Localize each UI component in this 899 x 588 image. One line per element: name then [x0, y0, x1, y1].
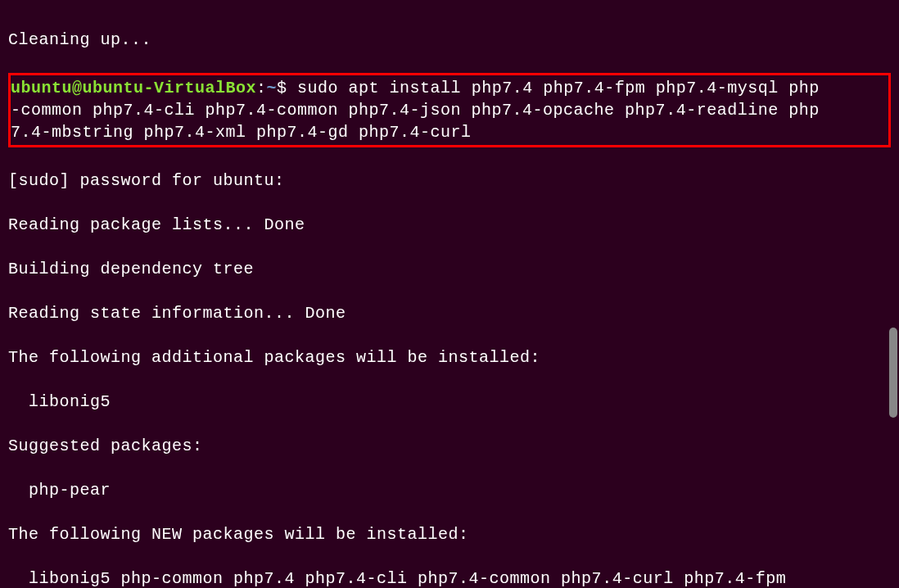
output-line: [sudo] password for ubuntu: [8, 170, 891, 192]
prompt-path: ~ [267, 79, 278, 97]
output-line: libonig5 [8, 391, 891, 413]
command-text-l3: 7.4-mbstring php7.4-xml php7.4-gd php7.4… [11, 123, 472, 142]
output-line: php-pear [8, 479, 891, 501]
prompt-user: ubuntu@ubuntu-VirtualBox [11, 79, 256, 97]
terminal-output[interactable]: Cleaning up... ubuntu@ubuntu-VirtualBox:… [8, 7, 891, 588]
prompt-dollar: $ [277, 79, 297, 97]
output-line: Reading state information... Done [8, 302, 891, 324]
output-line: libonig5 php-common php7.4 php7.4-cli ph… [8, 568, 891, 588]
output-line: Building dependency tree [8, 258, 891, 280]
output-line: Suggested packages: [8, 435, 891, 457]
output-line: The following NEW packages will be insta… [8, 523, 891, 545]
prompt-colon: : [256, 79, 267, 97]
command-text-l2: -common php7.4-cli php7.4-common php7.4-… [11, 101, 820, 120]
output-line: Reading package lists... Done [8, 214, 891, 236]
output-line: Cleaning up... [8, 29, 891, 51]
scrollbar-thumb[interactable] [889, 328, 897, 418]
highlighted-command-box: ubuntu@ubuntu-VirtualBox:~$ sudo apt ins… [8, 73, 891, 147]
output-line: The following additional packages will b… [8, 346, 891, 369]
command-text-l1: sudo apt install php7.4 php7.4-fpm php7.… [297, 79, 820, 97]
